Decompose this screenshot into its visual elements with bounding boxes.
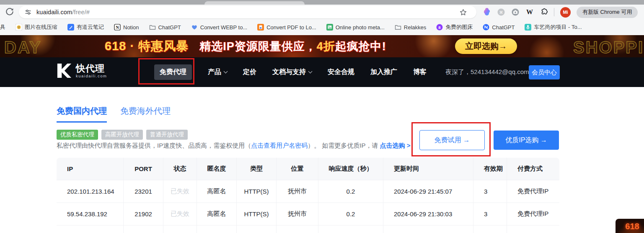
tag-premium-private-proxy[interactable]: 优质私密代理	[57, 130, 98, 140]
table-cell: 202.101.213.164	[57, 180, 124, 202]
camera-extension-icon[interactable]	[511, 8, 520, 16]
bookmark-item[interactable]: 图片在线压缩	[16, 23, 57, 31]
bookmark-item[interactable]: ChatGPT	[483, 24, 515, 31]
table-cell: 已失效	[163, 203, 197, 225]
browser-tab-strip	[0, 0, 644, 5]
bookmarks-bar: 工具图片在线压缩有道云笔记NNotionChatGPTConvert WEBP …	[0, 19, 644, 35]
nav-item-label: 安全合规	[328, 68, 354, 77]
bookmark-item[interactable]: 8免费的图床	[436, 23, 473, 31]
logo-text: 快代理	[76, 64, 107, 74]
nav-menu: 免费代理产品定价文档与支持安全合规加入推广博客	[154, 57, 427, 87]
tab-domestic-free-proxy[interactable]: 免费国内代理	[57, 105, 107, 123]
nav-item-0[interactable]: 免费代理	[154, 64, 192, 80]
svg-text:8: 8	[439, 25, 441, 30]
table-cell: 3	[473, 225, 507, 233]
table-row: 218.95.37.13523202已失效高匿名HTTP(S)抚州市0.2202…	[57, 225, 559, 233]
chatgpt-blue-icon	[483, 24, 489, 31]
table-cell: HTTP(S)	[237, 180, 277, 202]
bookmark-label: 免费的图床	[445, 23, 473, 31]
url-host: kuaidaili.com	[36, 9, 72, 15]
banner-title: 618 · 特惠风暴	[105, 38, 189, 55]
notion-icon: N	[114, 24, 121, 31]
table-header-cell: 匿名度	[197, 158, 237, 180]
url-path: /free/#	[72, 9, 90, 15]
table-cell: 免费代理IP	[507, 180, 559, 202]
bookmark-label: Convert WEBP to...	[200, 24, 247, 31]
nav-item-label: 博客	[413, 68, 427, 77]
bookmark-label: Notion	[123, 24, 139, 31]
table-cell: 0.2	[318, 225, 383, 233]
bookmark-item[interactable]: Online photo meta...	[326, 24, 385, 31]
table-header-cell: 位置	[277, 158, 318, 180]
user-greeting: 夜深了，524134442@qq.com	[445, 68, 529, 76]
table-header-cell: 更新时间	[383, 158, 473, 180]
address-bar[interactable]: kuaidaili.com/free/#	[19, 6, 476, 18]
free-trial-button[interactable]: 免费试用 →	[419, 130, 485, 150]
table-cell: 21902	[124, 203, 163, 225]
banner-deco-shopping: SHOPPIN	[573, 38, 644, 57]
image-compress-icon	[16, 24, 22, 31]
tag-normal-open-proxy[interactable]: 普通开放代理	[146, 130, 188, 140]
bookmark-item[interactable]: Convert PDF to Lo...	[257, 24, 316, 31]
nav-item-5[interactable]: 加入推广	[370, 68, 397, 77]
floating-618-badge[interactable]: 618	[616, 219, 644, 233]
table-cell: 高匿名	[197, 225, 237, 233]
folder-icon	[149, 24, 156, 31]
table-header-cell: 有效期	[473, 158, 507, 180]
bookmark-item[interactable]: 有道云笔记	[67, 23, 104, 31]
bookmark-item[interactable]: ChatGPT	[149, 24, 181, 31]
pdf-convert-icon	[257, 24, 264, 31]
browser-toolbar: kuaidaili.com/free/# ⌘ W Mi 有新版 Chrome 可…	[0, 5, 644, 19]
nav-item-6[interactable]: 博客	[413, 68, 427, 77]
screenshot-root: kuaidaili.com/free/# ⌘ W Mi 有新版 Chrome 可…	[0, 0, 644, 233]
active-browser-tab[interactable]	[204, 1, 305, 5]
youdao-note-icon	[67, 24, 74, 31]
bookmark-item[interactable]: 车艺尚的项目 - To...	[525, 23, 582, 31]
nav-item-1[interactable]: 产品	[208, 68, 227, 77]
tab-overseas-free-proxy[interactable]: 免费海外代理	[120, 105, 171, 123]
extensions-row: ⌘ W Mi 有新版 Chrome 可用 ⋮	[483, 6, 644, 18]
nav-item-2[interactable]: 定价	[243, 68, 256, 77]
nav-item-3[interactable]: 文档与支持	[272, 68, 312, 77]
banner-deco-day: DAY	[4, 38, 42, 57]
proxy-description: 私密代理由快代理自营服务器提供，IP速度快、品质高，需鉴权使用（点击查看用户名密…	[57, 142, 410, 150]
buy-premium-ip-button[interactable]: 优质IP选购 →	[494, 131, 559, 150]
table-cell: 抚州市	[277, 180, 318, 202]
banner-text-group: 618 · 特惠风暴 精选IP资源限量供应，4折起疯抢中!	[105, 35, 386, 57]
table-cell: 218.95.37.135	[57, 225, 124, 233]
nav-item-label: 产品	[208, 68, 221, 77]
nav-item-4[interactable]: 安全合规	[328, 68, 354, 77]
bookmark-label: ChatGPT	[158, 24, 181, 31]
nav-item-label: 免费代理	[160, 68, 186, 77]
bookmark-item[interactable]: 工具	[0, 23, 5, 31]
reload-icon[interactable]	[5, 7, 14, 16]
kuaidaili-logo[interactable]: 快代理 kuaidaili.com	[57, 63, 107, 78]
table-header-cell: 类型	[237, 158, 277, 180]
view-credentials-link[interactable]: 点击查看用户名密码	[251, 142, 308, 149]
wikipedia-extension-icon[interactable]: W	[525, 8, 534, 16]
site-settings-icon[interactable]	[25, 9, 31, 15]
banner-cta-button[interactable]: 立即选购→	[455, 38, 517, 54]
member-center-button[interactable]: 会员中心	[529, 65, 560, 79]
bookmark-star-icon[interactable]	[459, 8, 467, 18]
profile-avatar[interactable]: Mi	[560, 7, 571, 18]
bookmark-label: Online photo meta...	[336, 24, 385, 31]
nav-item-label: 定价	[243, 68, 256, 77]
click-to-buy-link[interactable]: 点击选购 >	[380, 142, 411, 149]
command-extension-icon[interactable]: ⌘	[497, 8, 505, 16]
chevron-down-icon	[308, 69, 313, 74]
table-cell: 已失效	[163, 225, 197, 233]
extensions-puzzle-icon[interactable]	[540, 8, 548, 16]
image-host-icon: 8	[436, 24, 443, 31]
tag-high-anonymity-open-proxy[interactable]: 高匿开放代理	[101, 130, 143, 140]
proxy-tabs: 免费国内代理 免费海外代理	[57, 105, 171, 123]
brain-extension-icon[interactable]	[483, 8, 491, 16]
nav-item-label: 文档与支持	[272, 68, 306, 77]
toolbar-divider	[554, 8, 554, 16]
bookmark-item[interactable]: Convert WEBP to...	[191, 24, 247, 31]
chrome-update-chip[interactable]: 有新版 Chrome 可用	[577, 7, 638, 18]
table-cell: 2024-06-29 21:15:08	[383, 225, 473, 233]
heart-icon	[191, 24, 198, 31]
bookmark-item[interactable]: Relakkes	[395, 24, 426, 31]
bookmark-item[interactable]: NNotion	[114, 24, 139, 31]
